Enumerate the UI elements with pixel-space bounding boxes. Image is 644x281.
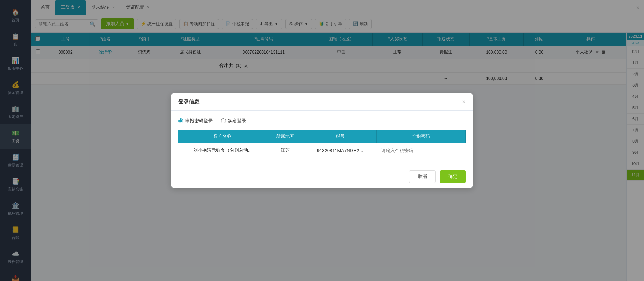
client-table: 客户名称 所属地区 税号 个税密码 刘小艳演示账套（勿删勿动... 江苏 913… <box>178 130 466 158</box>
col-region: 所属地区 <box>267 130 304 143</box>
dialog-header: 登录信息 × <box>171 93 473 111</box>
client-taxno-cell: 91320811MA7NGR2... <box>304 143 376 158</box>
client-row: 刘小艳演示账套（勿删勿动... 江苏 91320811MA7NGR2... <box>178 143 466 158</box>
client-region-cell: 江苏 <box>267 143 304 158</box>
tax-password-input[interactable] <box>381 148 461 153</box>
dialog-body: 申报密码登录 实名登录 客户名称 所属地区 税号 个税密码 <box>171 111 473 165</box>
dialog-footer: 取消 确定 <box>171 165 473 188</box>
cancel-button[interactable]: 取消 <box>409 170 436 183</box>
radio-password-label[interactable]: 申报密码登录 <box>178 118 213 124</box>
dialog-title: 登录信息 <box>178 98 199 105</box>
col-client-name: 客户名称 <box>178 130 267 143</box>
client-name-cell: 刘小艳演示账套（勿删勿动... <box>178 143 267 158</box>
col-taxno: 税号 <box>304 130 376 143</box>
radio-realname-text: 实名登录 <box>228 118 246 124</box>
radio-realname-label[interactable]: 实名登录 <box>221 118 246 124</box>
radio-password-text: 申报密码登录 <box>185 118 213 124</box>
radio-password[interactable] <box>178 118 183 123</box>
dialog-close-button[interactable]: × <box>462 98 466 105</box>
login-type-group: 申报密码登录 实名登录 <box>178 118 466 124</box>
dialog-overlay: 登录信息 × 申报密码登录 实名登录 客户名称 所属地区 <box>0 0 644 281</box>
confirm-button[interactable]: 确定 <box>440 170 466 183</box>
radio-realname[interactable] <box>221 118 226 123</box>
col-tax-password: 个税密码 <box>376 130 465 143</box>
client-password-cell[interactable] <box>376 143 465 158</box>
login-dialog: 登录信息 × 申报密码登录 实名登录 客户名称 所属地区 <box>171 93 473 188</box>
